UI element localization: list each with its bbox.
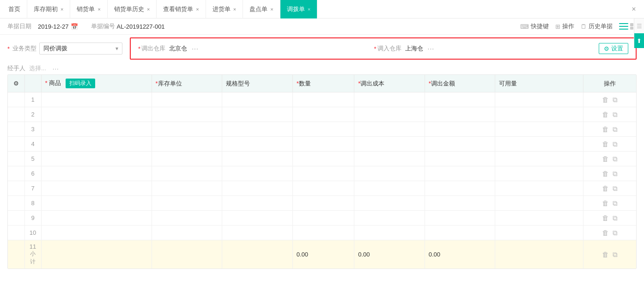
tab-purchase-close[interactable]: × bbox=[233, 6, 236, 12]
shortcuts-button[interactable]: ⌨ 快捷键 bbox=[520, 22, 549, 31]
copy-icon[interactable]: ⧉ bbox=[613, 214, 618, 222]
row-cost[interactable] bbox=[354, 181, 425, 196]
copy-icon[interactable]: ⧉ bbox=[613, 199, 618, 207]
row-spec[interactable] bbox=[222, 181, 293, 196]
row-product[interactable] bbox=[41, 92, 152, 107]
row-cost[interactable] bbox=[354, 137, 425, 152]
row-cost[interactable] bbox=[354, 107, 425, 122]
row-qty[interactable] bbox=[292, 107, 354, 122]
row-amount[interactable] bbox=[425, 226, 495, 240]
row-unit[interactable] bbox=[152, 166, 222, 181]
row-amount[interactable] bbox=[425, 107, 495, 122]
delete-icon[interactable]: 🗑 bbox=[602, 199, 609, 207]
delete-icon[interactable]: 🗑 bbox=[602, 140, 609, 148]
copy-icon[interactable]: ⧉ bbox=[613, 110, 618, 118]
row-unit[interactable] bbox=[152, 122, 222, 137]
agent-select[interactable]: 选择... bbox=[29, 64, 46, 73]
tab-view-sales[interactable]: 查看销货单 × bbox=[157, 0, 206, 18]
tab-sales-history-close[interactable]: × bbox=[147, 6, 150, 12]
row-unit[interactable] bbox=[152, 107, 222, 122]
tab-inventory[interactable]: 库存期初 × bbox=[27, 0, 70, 18]
row-spec[interactable] bbox=[222, 137, 293, 152]
delete-icon[interactable]: 🗑 bbox=[602, 155, 609, 163]
row-spec[interactable] bbox=[222, 152, 293, 166]
settings-button[interactable]: ⚙ 设置 bbox=[599, 43, 628, 54]
row-product[interactable] bbox=[41, 137, 152, 152]
row-qty[interactable] bbox=[292, 226, 354, 240]
sidebar-export-icon[interactable]: ⬆ bbox=[634, 33, 644, 48]
row-unit[interactable] bbox=[152, 196, 222, 211]
row-spec[interactable] bbox=[222, 107, 293, 122]
row-product[interactable] bbox=[41, 211, 152, 226]
row-spec[interactable] bbox=[222, 196, 293, 211]
layout-list-icon[interactable] bbox=[619, 23, 628, 30]
history-button[interactable]: 🗒 历史单据 bbox=[581, 22, 613, 31]
tab-transfer-close[interactable]: × bbox=[308, 6, 310, 12]
row-amount[interactable] bbox=[425, 181, 495, 196]
row-unit[interactable] bbox=[152, 152, 222, 166]
delete-icon[interactable]: 🗑 bbox=[602, 250, 609, 258]
copy-icon[interactable]: ⧉ bbox=[613, 155, 618, 163]
row-qty[interactable] bbox=[292, 166, 354, 181]
row-qty[interactable] bbox=[292, 137, 354, 152]
row-amount[interactable] bbox=[425, 122, 495, 137]
scan-button[interactable]: 扫码录入 bbox=[66, 79, 95, 88]
row-product[interactable] bbox=[41, 122, 152, 137]
row-product[interactable] bbox=[41, 181, 152, 196]
tab-transfer[interactable]: 调拨单 × bbox=[280, 0, 317, 18]
row-amount[interactable] bbox=[425, 211, 495, 226]
row-cost[interactable] bbox=[354, 226, 425, 240]
window-close-button[interactable]: × bbox=[626, 0, 642, 18]
tab-inventory-close[interactable]: × bbox=[61, 6, 63, 12]
row-amount[interactable] bbox=[425, 166, 495, 181]
delete-icon[interactable]: 🗑 bbox=[602, 184, 609, 192]
copy-icon[interactable]: ⧉ bbox=[613, 184, 618, 192]
row-qty[interactable] bbox=[292, 152, 354, 166]
out-warehouse-more[interactable]: ··· bbox=[192, 45, 199, 52]
delete-icon[interactable]: 🗑 bbox=[602, 214, 609, 222]
tab-view-sales-close[interactable]: × bbox=[196, 6, 199, 12]
row-product[interactable] bbox=[41, 152, 152, 166]
delete-icon[interactable]: 🗑 bbox=[602, 229, 609, 237]
tab-sales[interactable]: 销货单 × bbox=[70, 0, 107, 18]
agent-more[interactable]: ··· bbox=[53, 65, 59, 72]
row-product[interactable] bbox=[41, 196, 152, 211]
row-spec[interactable] bbox=[222, 92, 293, 107]
tab-stocktake[interactable]: 盘点单 × bbox=[243, 0, 280, 18]
row-product[interactable] bbox=[41, 107, 152, 122]
row-product[interactable] bbox=[41, 226, 152, 240]
tab-stocktake-close[interactable]: × bbox=[270, 6, 273, 12]
row-spec[interactable] bbox=[222, 226, 293, 240]
row-cost[interactable] bbox=[354, 152, 425, 166]
row-cost[interactable] bbox=[354, 92, 425, 107]
sidebar-list-icon[interactable]: ☰ bbox=[634, 18, 644, 33]
row-unit[interactable] bbox=[152, 92, 222, 107]
copy-icon[interactable]: ⧉ bbox=[613, 229, 618, 237]
calendar-icon[interactable]: 📅 bbox=[71, 23, 78, 30]
th-gear[interactable]: ⚙ bbox=[8, 75, 24, 92]
row-qty[interactable] bbox=[292, 181, 354, 196]
row-product[interactable] bbox=[41, 166, 152, 181]
row-cost[interactable] bbox=[354, 196, 425, 211]
row-amount[interactable] bbox=[425, 196, 495, 211]
row-qty[interactable] bbox=[292, 211, 354, 226]
row-unit[interactable] bbox=[152, 137, 222, 152]
tab-sales-history[interactable]: 销货单历史 × bbox=[108, 0, 157, 18]
tab-home[interactable]: 首页 bbox=[2, 0, 27, 18]
row-qty[interactable] bbox=[292, 92, 354, 107]
row-amount[interactable] bbox=[425, 137, 495, 152]
row-unit[interactable] bbox=[152, 226, 222, 240]
row-amount[interactable] bbox=[425, 152, 495, 166]
tab-sales-close[interactable]: × bbox=[97, 6, 100, 12]
copy-icon[interactable]: ⧉ bbox=[613, 170, 618, 177]
row-spec[interactable] bbox=[222, 122, 293, 137]
biz-type-select[interactable]: 同价调拨 ▾ bbox=[39, 43, 122, 55]
delete-icon[interactable]: 🗑 bbox=[602, 170, 609, 177]
copy-icon[interactable]: ⧉ bbox=[613, 96, 618, 104]
row-spec[interactable] bbox=[222, 211, 293, 226]
row-cost[interactable] bbox=[354, 122, 425, 137]
row-qty[interactable] bbox=[292, 196, 354, 211]
row-qty[interactable] bbox=[292, 122, 354, 137]
in-warehouse-more[interactable]: ··· bbox=[428, 45, 435, 52]
row-amount[interactable] bbox=[425, 92, 495, 107]
